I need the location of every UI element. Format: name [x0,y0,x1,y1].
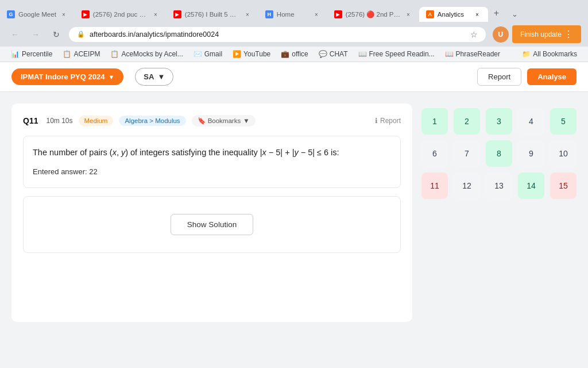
bookmark-aceipm[interactable]: 📋 ACEIPM [59,48,104,60]
back-button[interactable]: ← [7,26,23,43]
phrasereader-icon: 📖 [445,50,454,58]
question-btn-2[interactable]: 2 [454,108,480,135]
tab-close-icon[interactable]: × [404,10,412,18]
question-btn-7[interactable]: 7 [454,140,480,167]
question-time: 10m 10s [46,117,72,125]
question-btn-4[interactable]: 4 [518,108,544,135]
new-tab-button[interactable]: + [488,5,505,22]
entered-answer: Entered answer: 22 [33,166,391,178]
tab-google-meet[interactable]: G Google Meet × [0,7,75,22]
tab-extreme[interactable]: ▶ (2576) I Built 5 EXTREME... × [167,7,258,22]
tab-close-icon[interactable]: × [312,10,320,18]
bookmark-percentile[interactable]: 📊 Percentile [7,48,56,60]
question-btn-10[interactable]: 10 [550,140,577,167]
question-btn-13[interactable]: 13 [486,172,512,199]
entered-answer-label: Entered answer: [33,167,87,176]
nav-right: Report Analyse [477,68,577,86]
analyse-button[interactable]: Analyse [527,68,577,85]
bookmark-office[interactable]: 💼 office [277,48,312,60]
finish-update-dots: ⋮ [564,29,573,40]
bookmark-youtube[interactable]: ▶️ YouTube [229,48,274,60]
question-btn-6[interactable]: 6 [421,140,448,167]
forward-button[interactable]: → [28,26,44,43]
grid-row-3: 11 12 13 14 15 [421,172,577,199]
question-btn-12[interactable]: 12 [454,172,480,199]
address-bar: ← → ↻ 🔒 afterboards.in/analytics/ipmatin… [0,22,588,47]
acemocks-icon: 📋 [110,50,119,58]
tab-title: Home [277,11,309,18]
url-text: afterboards.in/analytics/ipmatindore0024 [90,30,466,39]
bookmark-label: Bookmarks [208,117,241,124]
report-button[interactable]: Report [477,68,521,86]
aceipm-icon: 📋 [63,50,71,58]
grid-row-1: 1 2 3 4 5 [421,108,577,135]
page-content: IPMAT Indore PYQ 2024 ▼ SA ▼ Report Anal… [0,62,588,367]
report-icon: ℹ [375,117,378,125]
tab-home[interactable]: H Home × [258,7,327,22]
nav-left: IPMAT Indore PYQ 2024 ▼ SA ▼ [11,68,173,86]
bookmark-button[interactable]: 🔖 Bookmarks ▼ [192,115,256,126]
question-header: Q1110m 10s Medium Algebra > Modulus 🔖 Bo… [23,115,401,126]
chat-icon: 💬 [319,50,327,58]
gmail-icon: ✉️ [194,50,202,58]
office-icon: 💼 [281,50,289,58]
tab-puc-eng2[interactable]: ▶ (2576) 🔴 2nd PUC ENG... × [327,7,419,22]
show-solution-button[interactable]: Show Solution [171,214,253,235]
question-btn-11[interactable]: 11 [421,172,448,199]
question-btn-3[interactable]: 3 [486,108,512,135]
question-btn-5[interactable]: 5 [550,108,577,135]
main-container: Q1110m 10s Medium Algebra > Modulus 🔖 Bo… [0,92,588,334]
report-label: Report [380,117,401,125]
all-bookmarks-button[interactable]: 📁 All Bookmarks [518,48,581,60]
all-bookmarks-icon: 📁 [522,50,531,58]
tab-title: (2576) I Built 5 EXTREME... [185,11,240,18]
tab-close-icon[interactable]: × [152,10,160,18]
brand-chevron-icon: ▼ [108,74,114,80]
tab-close-icon[interactable]: × [473,10,481,18]
bookmark-star-icon[interactable]: ☆ [470,30,478,39]
question-btn-9[interactable]: 9 [518,140,544,167]
profile-icon[interactable]: U [493,26,509,43]
section-label: SA [144,72,154,81]
bookmark-phrasereader[interactable]: 📖 PhraseReader [441,48,504,60]
tab-analytics[interactable]: A Analytics × [419,7,488,22]
question-btn-8[interactable]: 8 [486,140,512,167]
section-chevron-icon: ▼ [157,72,165,81]
report-link[interactable]: ℹ Report [375,117,401,125]
browser-chrome: G Google Meet × ▶ (2576) 2nd puc english… [0,0,588,62]
bookmark-label: office [292,50,308,58]
tab-overflow-button[interactable]: ⌄ [507,6,523,22]
question-btn-15[interactable]: 15 [550,172,577,199]
youtube-icon: ▶️ [233,50,241,58]
bookmark-gmail[interactable]: ✉️ Gmail [189,48,226,60]
tab-close-icon[interactable]: × [243,10,252,18]
brand-pill[interactable]: IPMAT Indore PYQ 2024 ▼ [11,68,123,85]
question-text: The number of pairs (x, y) of integers s… [33,145,391,160]
question-number: Q11 [23,116,38,125]
question-body: The number of pairs (x, y) of integers s… [23,136,401,188]
bookmark-label: Percentile [22,50,52,58]
tab-close-icon[interactable]: × [60,10,68,18]
top-navigation: IPMAT Indore PYQ 2024 ▼ SA ▼ Report Anal… [0,62,588,92]
topic-badge: Algebra > Modulus [119,116,185,126]
bookmark-icon: 🔖 [198,117,206,125]
section-pill[interactable]: SA ▼ [135,68,173,86]
finish-update-button[interactable]: Finish update ⋮ [512,25,581,43]
bookmark-acemocks[interactable]: 📋 AceMocks by Acel... [106,48,187,60]
finish-update-label: Finish update [520,30,562,39]
bookmarks-bar: 📊 Percentile 📋 ACEIPM 📋 AceMocks by Acel… [0,47,588,62]
difficulty-badge: Medium [79,116,114,126]
bookmark-label: PhraseReader [456,50,500,58]
brand-label: IPMAT Indore PYQ 2024 [21,72,105,81]
question-btn-14[interactable]: 14 [518,172,544,199]
bookmark-chevron-icon: ▼ [243,117,249,124]
tab-puc-english[interactable]: ▶ (2576) 2nd puc english a... × [75,7,167,22]
bookmark-chat[interactable]: 💬 CHAT [315,48,352,60]
reload-button[interactable]: ↻ [48,26,64,43]
lock-icon: 🔒 [77,30,85,38]
bookmark-label: AceMocks by Acel... [121,50,183,58]
url-bar[interactable]: 🔒 afterboards.in/analytics/ipmatindore00… [69,27,486,42]
solution-area: Show Solution [23,196,401,253]
question-btn-1[interactable]: 1 [421,108,448,135]
bookmark-speed-reading[interactable]: 📖 Free Speed Readin... [354,48,439,60]
